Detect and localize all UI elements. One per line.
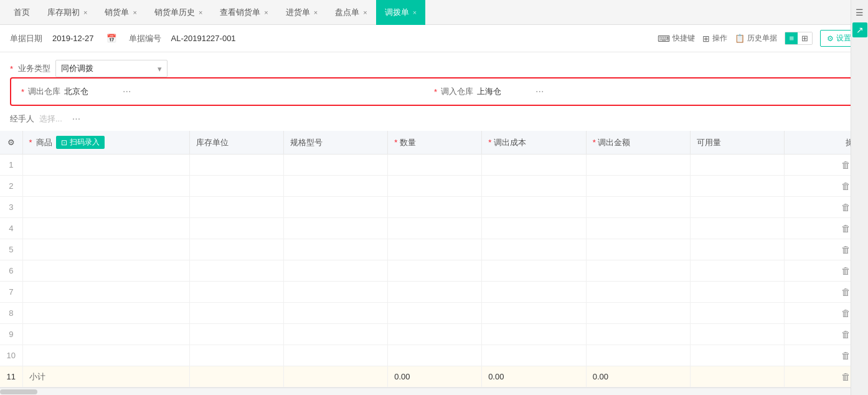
- unit-cell-9[interactable]: [189, 324, 283, 345]
- product-cell-10[interactable]: [22, 345, 189, 366]
- delete-row-icon-1[interactable]: 🗑: [841, 159, 851, 170]
- product-cell-3[interactable]: [22, 197, 189, 218]
- amount-cell-2[interactable]: [586, 176, 691, 197]
- delete-row-icon-7[interactable]: 🗑: [841, 287, 851, 297]
- amount-cell-8[interactable]: [586, 303, 691, 324]
- amount-cell-1[interactable]: [586, 155, 691, 176]
- product-cell-6[interactable]: [22, 260, 189, 282]
- tab-home[interactable]: 首页: [5, 0, 39, 25]
- unit-cell-10[interactable]: [189, 345, 283, 366]
- amount-cell-9[interactable]: [586, 324, 691, 345]
- tab-sales-history[interactable]: 销货单历史 ×: [146, 0, 211, 25]
- product-cell-1[interactable]: [22, 155, 189, 176]
- product-cell-5[interactable]: [22, 239, 189, 260]
- product-cell-9[interactable]: [22, 324, 189, 345]
- horizontal-scrollbar[interactable]: [0, 388, 868, 395]
- scroll-thumb[interactable]: [0, 389, 37, 394]
- amount-cell-10[interactable]: [586, 345, 691, 366]
- tab-sales-order[interactable]: 销货单 ×: [96, 0, 145, 25]
- delete-row-icon-11[interactable]: 🗑: [841, 371, 851, 382]
- spec-cell-7[interactable]: [283, 282, 388, 303]
- cost-cell-1[interactable]: [482, 155, 587, 176]
- product-cell-7[interactable]: [22, 282, 189, 303]
- sidebar-list-icon[interactable]: ☰: [852, 5, 867, 20]
- history-action[interactable]: 📋 历史单据: [735, 33, 777, 44]
- amount-cell-7[interactable]: [586, 282, 691, 303]
- qty-cell-6[interactable]: [388, 260, 482, 282]
- unit-cell-7[interactable]: [189, 282, 283, 303]
- tab-purchase[interactable]: 进货单 ×: [277, 0, 326, 25]
- delete-row-icon-5[interactable]: 🗑: [841, 244, 851, 255]
- scan-input-button[interactable]: ⊡ 扫码录入: [56, 136, 105, 149]
- unit-cell-1[interactable]: [189, 155, 283, 176]
- spec-cell-5[interactable]: [283, 239, 388, 260]
- qty-cell-9[interactable]: [388, 324, 482, 345]
- unit-cell-2[interactable]: [189, 176, 283, 197]
- date-value[interactable]: 2019-12-27: [52, 34, 94, 43]
- spec-cell-8[interactable]: [283, 303, 388, 324]
- cost-cell-9[interactable]: [482, 324, 587, 345]
- sidebar-export-icon[interactable]: ↗: [852, 22, 867, 37]
- person-select[interactable]: 选择...: [39, 113, 62, 125]
- tab-sales-history-close[interactable]: ×: [199, 9, 202, 16]
- cost-cell-8[interactable]: [482, 303, 587, 324]
- in-warehouse-more-icon[interactable]: ···: [535, 86, 544, 97]
- cost-cell-5[interactable]: [482, 239, 587, 260]
- delete-row-icon-3[interactable]: 🗑: [841, 202, 851, 212]
- product-cell-4[interactable]: [22, 218, 189, 239]
- cost-cell-7[interactable]: [482, 282, 587, 303]
- tab-view-sales-close[interactable]: ×: [264, 9, 268, 16]
- spec-cell-10[interactable]: [283, 345, 388, 366]
- cost-cell-10[interactable]: [482, 345, 587, 366]
- grid-view-button[interactable]: ⊞: [798, 32, 812, 44]
- spec-cell-2[interactable]: [283, 176, 388, 197]
- qty-cell-8[interactable]: [388, 303, 482, 324]
- product-cell-2[interactable]: [22, 176, 189, 197]
- spec-cell-3[interactable]: [283, 197, 388, 218]
- qty-cell-7[interactable]: [388, 282, 482, 303]
- list-view-button[interactable]: ≡: [785, 32, 798, 44]
- qty-cell-2[interactable]: [388, 176, 482, 197]
- unit-cell-3[interactable]: [189, 197, 283, 218]
- tab-stocktake[interactable]: 盘点单 ×: [326, 0, 375, 25]
- spec-cell-6[interactable]: [283, 260, 388, 282]
- delete-row-icon-4[interactable]: 🗑: [841, 223, 851, 234]
- cost-cell-3[interactable]: [482, 197, 587, 218]
- spec-cell-1[interactable]: [283, 155, 388, 176]
- person-more-icon[interactable]: ···: [72, 113, 80, 125]
- tab-stocktake-close[interactable]: ×: [363, 9, 367, 16]
- gear-icon[interactable]: ⚙: [7, 138, 15, 147]
- qty-cell-5[interactable]: [388, 239, 482, 260]
- amount-cell-5[interactable]: [586, 239, 691, 260]
- out-warehouse-more-icon[interactable]: ···: [123, 86, 131, 97]
- unit-cell-4[interactable]: [189, 218, 283, 239]
- tab-transfer-close[interactable]: ×: [413, 9, 417, 16]
- spec-cell-9[interactable]: [283, 324, 388, 345]
- tab-purchase-close[interactable]: ×: [314, 9, 318, 16]
- product-cell-8[interactable]: [22, 303, 189, 324]
- unit-cell-6[interactable]: [189, 260, 283, 282]
- amount-cell-4[interactable]: [586, 218, 691, 239]
- cost-cell-6[interactable]: [482, 260, 587, 282]
- unit-cell-5[interactable]: [189, 239, 283, 260]
- qty-cell-4[interactable]: [388, 218, 482, 239]
- tab-view-sales[interactable]: 查看销货单 ×: [211, 0, 276, 25]
- delete-row-icon-9[interactable]: 🗑: [841, 329, 851, 340]
- operation-action[interactable]: ⊞ 操作: [702, 33, 727, 44]
- delete-row-icon-2[interactable]: 🗑: [841, 181, 851, 191]
- tab-sales-order-close[interactable]: ×: [133, 9, 136, 16]
- business-type-select[interactable]: 同价调拨 ▾: [55, 60, 167, 77]
- tab-transfer[interactable]: 调拨单 ×: [376, 0, 425, 25]
- tab-inventory-init-close[interactable]: ×: [83, 9, 87, 16]
- in-warehouse-value[interactable]: 上海仓: [477, 86, 527, 97]
- qty-cell-3[interactable]: [388, 197, 482, 218]
- calendar-icon[interactable]: 📅: [106, 34, 116, 43]
- qty-cell-1[interactable]: [388, 155, 482, 176]
- delete-row-icon-10[interactable]: 🗑: [841, 350, 851, 361]
- delete-row-icon-8[interactable]: 🗑: [841, 308, 851, 318]
- amount-cell-6[interactable]: [586, 260, 691, 282]
- unit-cell-8[interactable]: [189, 303, 283, 324]
- out-warehouse-value[interactable]: 北京仓: [64, 86, 114, 97]
- cost-cell-2[interactable]: [482, 176, 587, 197]
- tab-inventory-init[interactable]: 库存期初 ×: [39, 0, 96, 25]
